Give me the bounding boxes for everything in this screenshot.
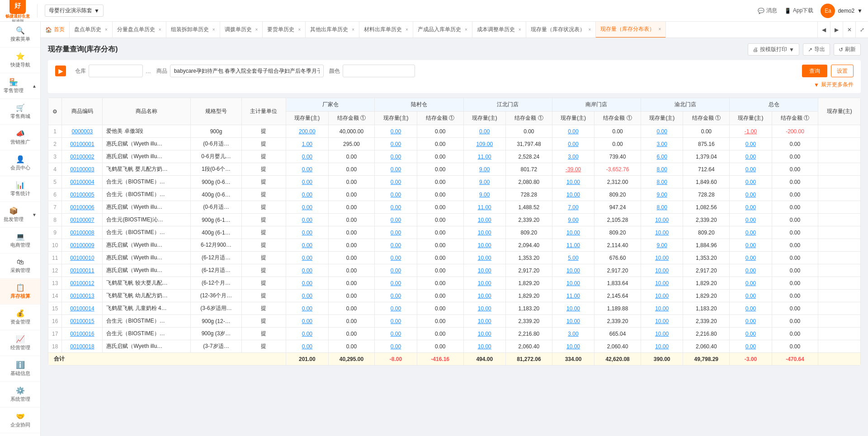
- row-jiangbei-qty[interactable]: 10.00: [463, 328, 505, 340]
- row-nanan-qty[interactable]: 5.00: [552, 252, 594, 264]
- row-jiangbei-qty[interactable]: 10.00: [463, 264, 505, 277]
- row-jiangbei-qty[interactable]: 10.00: [463, 315, 505, 328]
- row-yubei-qty[interactable]: 10.00: [641, 226, 683, 239]
- tab-qty-check[interactable]: 分量盘点单历史 ×: [113, 22, 166, 38]
- row-changja-qty[interactable]: 0.00: [286, 201, 328, 214]
- tab-transfer[interactable]: 调拨单历史 ×: [220, 22, 263, 38]
- warehouse-input[interactable]: [89, 65, 143, 77]
- row-yubei-qty[interactable]: 10.00: [641, 290, 683, 302]
- close-icon[interactable]: ×: [406, 27, 408, 32]
- row-total-qty[interactable]: 0.00: [730, 302, 772, 315]
- row-code[interactable]: 00100002: [62, 150, 103, 163]
- sidebar-item-system[interactable]: ⚙️ 系统管理: [0, 382, 40, 408]
- row-changja-qty[interactable]: 0.00: [286, 239, 328, 252]
- row-changja-qty[interactable]: 200.00: [286, 125, 328, 138]
- sidebar-item-retail-store[interactable]: 🛒 零售商城: [0, 99, 40, 125]
- row-jiangbei-qty[interactable]: 10.00: [463, 226, 505, 239]
- row-yubei-qty[interactable]: 3.00: [641, 138, 683, 150]
- row-total-qty[interactable]: 0.00: [730, 176, 772, 188]
- row-yubei-qty[interactable]: 10.00: [641, 328, 683, 340]
- tab-assembly[interactable]: 组装拆卸单历史 ×: [166, 22, 220, 38]
- close-icon[interactable]: ×: [589, 27, 591, 32]
- row-changja-qty[interactable]: 0.00: [286, 264, 328, 277]
- close-icon[interactable]: ×: [298, 27, 301, 32]
- row-lucun-qty[interactable]: 0.00: [375, 290, 417, 302]
- row-nanan-qty[interactable]: 10.00: [552, 340, 594, 353]
- industry-selector[interactable]: 母婴行业演示陈套 ▼: [45, 5, 104, 17]
- row-jiangbei-qty[interactable]: 11.00: [463, 150, 505, 163]
- row-changja-qty[interactable]: 0.00: [286, 252, 328, 264]
- row-jiangbei-qty[interactable]: 10.00: [463, 290, 505, 302]
- app-download-btn[interactable]: 📱 App下载: [784, 7, 813, 14]
- row-nanan-qty[interactable]: 10.00: [552, 302, 594, 315]
- row-code[interactable]: 00100014: [62, 302, 103, 315]
- settings-btn[interactable]: 设置: [831, 65, 854, 77]
- color-input[interactable]: [343, 65, 415, 77]
- row-lucun-qty[interactable]: 0.00: [375, 176, 417, 188]
- row-jiangbei-qty[interactable]: 9.00: [463, 163, 505, 176]
- row-jiangbei-qty[interactable]: 10.00: [463, 277, 505, 290]
- row-nanan-qty[interactable]: 11.00: [552, 239, 594, 252]
- row-lucun-qty[interactable]: 0.00: [375, 188, 417, 201]
- sidebar-item-enterprise[interactable]: 🤝 企业协同: [0, 408, 40, 433]
- row-yubei-qty[interactable]: 10.00: [641, 214, 683, 226]
- close-icon[interactable]: ×: [352, 27, 354, 32]
- row-code[interactable]: 00100004: [62, 176, 103, 188]
- tab-stock-status[interactable]: 现存量（库存状况表） ×: [526, 22, 596, 38]
- row-code[interactable]: 00100005: [62, 188, 103, 201]
- row-nanan-qty[interactable]: 10.00: [552, 264, 594, 277]
- row-yubei-qty[interactable]: 9.00: [641, 188, 683, 201]
- row-yubei-qty[interactable]: 9.00: [641, 239, 683, 252]
- row-lucun-qty[interactable]: 0.00: [375, 340, 417, 353]
- row-changja-qty[interactable]: 0.00: [286, 176, 328, 188]
- row-code[interactable]: 00100003: [62, 163, 103, 176]
- row-changja-qty[interactable]: 0.00: [286, 214, 328, 226]
- row-jiangbei-qty[interactable]: 9.00: [463, 176, 505, 188]
- row-nanan-qty[interactable]: 0.00: [552, 125, 594, 138]
- row-code[interactable]: 00100007: [62, 214, 103, 226]
- settings-icon[interactable]: ⚙: [52, 108, 57, 115]
- row-code[interactable]: 0000003: [62, 125, 103, 138]
- row-changja-qty[interactable]: 0.00: [286, 226, 328, 239]
- tab-prev-btn[interactable]: ◀: [817, 22, 830, 38]
- row-total-qty[interactable]: 0.00: [730, 226, 772, 239]
- tab-close-btn[interactable]: ✕: [843, 22, 855, 38]
- row-changja-qty[interactable]: 0.00: [286, 290, 328, 302]
- sidebar-item-purchase[interactable]: 🛍 采购管理: [0, 253, 40, 279]
- row-nanan-qty[interactable]: -39.00: [552, 163, 594, 176]
- row-changja-qty[interactable]: 0.00: [286, 150, 328, 163]
- row-code[interactable]: 00100009: [62, 239, 103, 252]
- row-code[interactable]: 00100010: [62, 252, 103, 264]
- row-lucun-qty[interactable]: 0.00: [375, 150, 417, 163]
- row-code[interactable]: 00100001: [62, 138, 103, 150]
- row-yubei-qty[interactable]: 10.00: [641, 252, 683, 264]
- row-lucun-qty[interactable]: 0.00: [375, 302, 417, 315]
- message-btn[interactable]: 💬 消息: [758, 7, 777, 14]
- row-total-qty[interactable]: 0.00: [730, 239, 772, 252]
- row-lucun-qty[interactable]: 0.00: [375, 328, 417, 340]
- sidebar-item-ecommerce[interactable]: 💻 电商管理: [0, 228, 40, 253]
- row-code[interactable]: 00100018: [62, 340, 103, 353]
- collapse-btn[interactable]: ▶: [55, 66, 66, 76]
- row-total-qty[interactable]: 0.00: [730, 163, 772, 176]
- row-nanan-qty[interactable]: 0.00: [552, 138, 594, 150]
- close-icon[interactable]: ×: [465, 27, 467, 32]
- row-changja-qty[interactable]: 0.00: [286, 315, 328, 328]
- row-jiangbei-qty[interactable]: 10.00: [463, 214, 505, 226]
- row-lucun-qty[interactable]: 0.00: [375, 214, 417, 226]
- sidebar-item-basic-info[interactable]: ℹ️ 基础信息: [0, 356, 40, 382]
- row-yubei-qty[interactable]: 10.00: [641, 302, 683, 315]
- tab-material-out[interactable]: 材料出库单历史 ×: [359, 22, 413, 38]
- sidebar-item-retail-mgmt[interactable]: 🏪 零售管理 ▲: [0, 73, 40, 99]
- row-yubei-qty[interactable]: 8.00: [641, 176, 683, 188]
- query-btn[interactable]: 查询: [802, 65, 827, 77]
- row-nanan-qty[interactable]: 3.00: [552, 328, 594, 340]
- row-changja-qty[interactable]: 0.00: [286, 340, 328, 353]
- refresh-btn[interactable]: ↺ 刷新: [834, 43, 861, 56]
- row-nanan-qty[interactable]: 10.00: [552, 176, 594, 188]
- row-total-qty[interactable]: 0.00: [730, 252, 772, 264]
- sidebar-item-wholesale[interactable]: 📦 批发管理 ▼: [0, 202, 40, 228]
- row-code[interactable]: 00100012: [62, 277, 103, 290]
- row-nanan-qty[interactable]: 10.00: [552, 315, 594, 328]
- tab-order[interactable]: 要货单历史 ×: [263, 22, 306, 38]
